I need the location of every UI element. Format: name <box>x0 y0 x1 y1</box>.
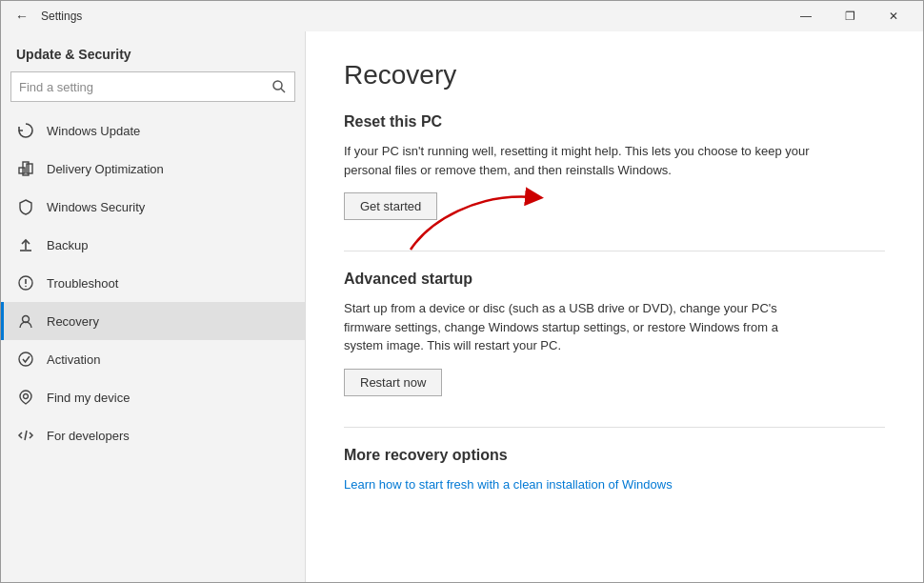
svg-point-10 <box>19 352 32 366</box>
search-input[interactable] <box>11 80 264 94</box>
for-developers-icon <box>16 426 35 445</box>
sidebar-label-backup: Backup <box>47 238 88 252</box>
maximize-button[interactable]: ❐ <box>828 1 872 31</box>
sidebar-item-delivery-optimization[interactable]: Delivery Optimization <box>1 150 305 188</box>
advanced-description: Start up from a device or disc (such as … <box>344 299 820 355</box>
get-started-button[interactable]: Get started <box>344 192 437 220</box>
sidebar-item-find-my-device[interactable]: Find my device <box>1 378 305 416</box>
sidebar-item-troubleshoot[interactable]: Troubleshoot <box>1 264 305 302</box>
reset-heading: Reset this PC <box>344 113 885 131</box>
page-title: Recovery <box>344 60 885 90</box>
svg-point-11 <box>24 394 29 399</box>
sidebar-label-windows-update: Windows Update <box>47 124 140 138</box>
recovery-icon <box>16 312 35 331</box>
activation-icon <box>16 350 35 369</box>
sidebar-item-activation[interactable]: Activation <box>1 340 305 378</box>
svg-rect-3 <box>27 164 32 173</box>
svg-point-8 <box>25 286 27 288</box>
sidebar-label-find-my-device: Find my device <box>47 391 130 405</box>
windows-security-icon <box>16 197 35 216</box>
more-options-heading: More recovery options <box>344 447 885 464</box>
sidebar-label-for-developers: For developers <box>47 429 130 443</box>
section-divider-2 <box>344 427 885 428</box>
sidebar-item-windows-security[interactable]: Windows Security <box>1 188 305 226</box>
back-button[interactable]: ← <box>9 3 35 30</box>
window-controls: — ❐ ✕ <box>784 1 915 31</box>
sidebar-section-title: Update & Security <box>1 31 305 71</box>
minimize-button[interactable]: — <box>784 1 828 31</box>
sidebar-item-recovery[interactable]: Recovery <box>1 302 305 340</box>
svg-rect-2 <box>19 168 25 173</box>
find-my-device-icon <box>16 388 35 407</box>
sidebar-label-troubleshoot: Troubleshoot <box>47 276 118 291</box>
svg-line-1 <box>281 89 285 92</box>
get-started-container: Get started <box>344 192 437 243</box>
search-icon[interactable] <box>264 71 294 102</box>
sidebar-nav: Windows UpdateDelivery OptimizationWindo… <box>1 111 305 454</box>
sidebar-label-recovery: Recovery <box>47 314 99 329</box>
sidebar-label-activation: Activation <box>47 352 100 367</box>
troubleshoot-icon <box>16 273 35 292</box>
svg-line-12 <box>25 431 27 440</box>
svg-point-0 <box>273 81 282 90</box>
sidebar-label-delivery-optimization: Delivery Optimization <box>47 162 164 176</box>
backup-icon <box>16 235 35 254</box>
windows-update-icon <box>16 121 35 140</box>
sidebar-item-backup[interactable]: Backup <box>1 226 305 264</box>
main-area: Update & Security Windows UpdateDelivery… <box>1 31 923 582</box>
sidebar-item-for-developers[interactable]: For developers <box>1 416 305 454</box>
content-area: Recovery Reset this PC If your PC isn't … <box>306 31 923 582</box>
titlebar: ← Settings — ❐ ✕ <box>1 1 923 31</box>
close-button[interactable]: ✕ <box>872 1 915 31</box>
delivery-optimization-icon <box>16 159 35 178</box>
sidebar-label-windows-security: Windows Security <box>47 200 145 214</box>
window-title: Settings <box>41 10 82 23</box>
sidebar: Update & Security Windows UpdateDelivery… <box>1 31 306 582</box>
restart-now-button[interactable]: Restart now <box>344 369 442 396</box>
clean-install-link[interactable]: Learn how to start fresh with a clean in… <box>344 477 673 492</box>
advanced-heading: Advanced startup <box>344 271 885 288</box>
search-container <box>10 71 295 102</box>
section-divider-1 <box>344 251 885 251</box>
reset-description: If your PC isn't running well, resetting… <box>344 142 820 179</box>
sidebar-item-windows-update[interactable]: Windows Update <box>1 111 305 150</box>
settings-window: ← Settings — ❐ ✕ Update & Security <box>0 0 924 583</box>
